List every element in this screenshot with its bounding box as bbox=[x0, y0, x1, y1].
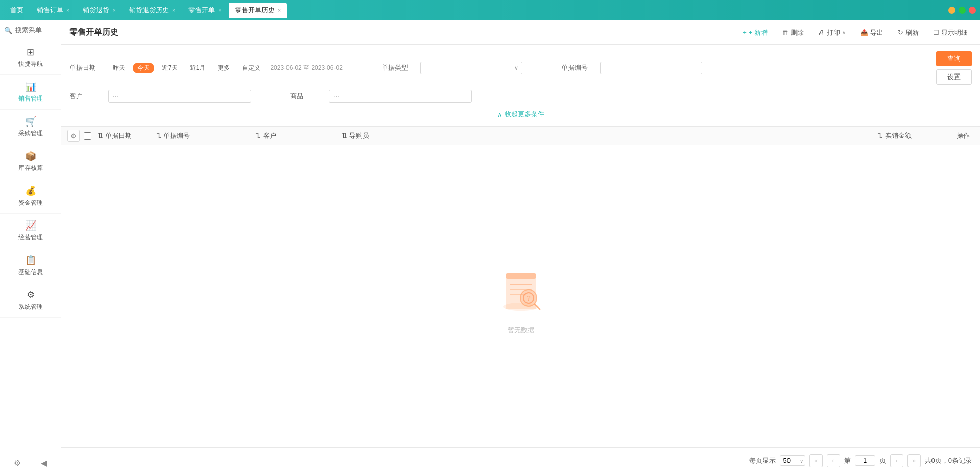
page-last-button[interactable]: » bbox=[907, 454, 921, 467]
date-btn-1month[interactable]: 近1月 bbox=[185, 62, 210, 74]
window-controls-area: − □ × bbox=[948, 7, 976, 14]
purchase-mgmt-icon: 🛒 bbox=[25, 116, 36, 127]
inventory-icon: 📦 bbox=[25, 151, 36, 162]
table-config-button[interactable]: ⚙ bbox=[67, 130, 80, 142]
tab-retail-open[interactable]: 零售开单 × bbox=[182, 3, 227, 18]
window-maximize-button[interactable]: □ bbox=[959, 7, 966, 14]
sidebar-item-finance[interactable]: 💰 资金管理 bbox=[0, 179, 61, 214]
collapse-bar[interactable]: ∧ 收起更多条件 bbox=[69, 108, 972, 120]
sidebar-label-sales-mgmt: 销售管理 bbox=[18, 94, 43, 103]
select-all-checkbox[interactable] bbox=[84, 132, 91, 140]
empty-text: 暂无数据 bbox=[508, 326, 534, 335]
tab-close-sales-return-history[interactable]: × bbox=[172, 7, 175, 13]
page-next-icon: › bbox=[895, 457, 897, 464]
tab-home[interactable]: 首页 bbox=[4, 3, 30, 18]
export-icon: 📤 bbox=[860, 29, 868, 36]
page-size-label: 每页显示 bbox=[749, 456, 776, 465]
col-salesperson-header[interactable]: ⇅ 导购员 bbox=[342, 131, 369, 140]
page-prev-icon: ‹ bbox=[832, 457, 834, 464]
tab-bar: 首页 销售订单 × 销货退货 × 销货退货历史 × 零售开单 × 零售开单历史 … bbox=[4, 3, 948, 18]
doc-type-label: 单据类型 bbox=[381, 63, 412, 72]
date-btn-custom[interactable]: 自定义 bbox=[237, 62, 265, 74]
tab-close-retail-open-history[interactable]: × bbox=[278, 7, 281, 13]
tab-close-retail-open[interactable]: × bbox=[218, 7, 221, 13]
collapse-up-icon: ∧ bbox=[497, 111, 503, 118]
total-info: 共0页，0条记录 bbox=[925, 456, 972, 465]
date-btn-more[interactable]: 更多 bbox=[213, 62, 234, 74]
query-button[interactable]: 查询 bbox=[936, 51, 972, 66]
doc-num-input[interactable] bbox=[600, 62, 702, 74]
col-num-header[interactable]: ⇅ 单据编号 bbox=[156, 131, 190, 140]
col-customer-header[interactable]: ⇅ 客户 bbox=[255, 131, 276, 140]
date-buttons: 昨天 今天 近7天 近1月 更多 自定义 2023-06-02 至 2023-0… bbox=[108, 62, 343, 74]
tab-retail-open-history[interactable]: 零售开单历史 × bbox=[229, 3, 287, 18]
sidebar-item-operations[interactable]: 📈 经营管理 bbox=[0, 214, 61, 248]
col-ops-header: 操作 bbox=[957, 131, 970, 140]
col-date-header[interactable]: ⇅ 单据日期 bbox=[98, 131, 132, 140]
doc-num-label: 单据编号 bbox=[561, 63, 592, 72]
refresh-button[interactable]: ↻ 刷新 bbox=[894, 26, 923, 39]
doc-type-select[interactable] bbox=[420, 62, 522, 74]
sidebar-label-inventory: 库存核算 bbox=[18, 164, 43, 172]
sys-mgmt-icon: ⚙ bbox=[27, 289, 35, 301]
page-first-button[interactable]: « bbox=[809, 454, 823, 467]
sidebar-item-quick-nav[interactable]: ⊞ 快捷导航 bbox=[0, 40, 61, 75]
operations-icon: 📈 bbox=[25, 220, 36, 231]
page-word: 第 bbox=[844, 456, 851, 465]
tab-sales-return[interactable]: 销货退货 × bbox=[77, 3, 122, 18]
page-prev-button[interactable]: ‹ bbox=[827, 454, 840, 467]
tab-close-sales-order[interactable]: × bbox=[66, 7, 69, 13]
finance-icon: 💰 bbox=[25, 185, 36, 196]
product-input[interactable]: ··· bbox=[329, 90, 472, 103]
sort-icon-date: ⇅ bbox=[98, 132, 103, 139]
sidebar-search[interactable]: 🔍 搜索采单 bbox=[0, 20, 61, 40]
sidebar-label-sys-mgmt: 系统管理 bbox=[18, 303, 43, 311]
export-button[interactable]: 📤 导出 bbox=[856, 26, 888, 39]
empty-illustration: ? bbox=[490, 258, 552, 319]
sidebar-item-basic-info[interactable]: 📋 基础信息 bbox=[0, 248, 61, 283]
settings-button[interactable]: 设置 bbox=[936, 69, 972, 85]
sidebar: 🔍 搜索采单 ⊞ 快捷导航 📊 销售管理 🛒 采购管理 📦 库存核算 💰 资金管… bbox=[0, 20, 61, 473]
sidebar-item-purchase-mgmt[interactable]: 🛒 采购管理 bbox=[0, 110, 61, 144]
sidebar-item-sys-mgmt[interactable]: ⚙ 系统管理 bbox=[0, 283, 61, 318]
date-btn-yesterday[interactable]: 昨天 bbox=[108, 62, 130, 74]
tab-close-sales-return[interactable]: × bbox=[112, 7, 115, 13]
customer-input[interactable]: ··· bbox=[108, 90, 251, 103]
sidebar-label-operations: 经营管理 bbox=[18, 233, 43, 242]
empty-state: ? 暂无数据 bbox=[61, 145, 980, 447]
window-close-button[interactable]: × bbox=[969, 7, 976, 14]
sidebar-item-sales-mgmt[interactable]: 📊 销售管理 bbox=[0, 75, 61, 110]
print-button[interactable]: 🖨 打印 ∨ bbox=[814, 26, 850, 39]
sidebar-item-inventory[interactable]: 📦 库存核算 bbox=[0, 144, 61, 179]
delete-button[interactable]: 🗑 删除 bbox=[778, 26, 808, 39]
page-next-button[interactable]: › bbox=[890, 454, 903, 467]
page-last-icon: » bbox=[912, 457, 916, 464]
customer-dots: ··· bbox=[113, 92, 118, 100]
tab-sales-return-history[interactable]: 销货退货历史 × bbox=[123, 3, 181, 18]
doc-type-select-wrapper bbox=[420, 62, 522, 74]
checkbox-icon: ☐ bbox=[933, 29, 939, 36]
window-minimize-button[interactable]: − bbox=[948, 7, 955, 14]
sort-icon-num: ⇅ bbox=[156, 132, 162, 139]
date-btn-7days[interactable]: 近7天 bbox=[157, 62, 182, 74]
basic-info-icon: 📋 bbox=[25, 255, 36, 266]
page-size-select[interactable]: 10 20 50 100 bbox=[780, 455, 805, 466]
tab-sales-order[interactable]: 销售订单 × bbox=[31, 3, 76, 18]
sidebar-settings-button[interactable]: ⚙ bbox=[14, 458, 21, 468]
date-btn-today[interactable]: 今天 bbox=[133, 63, 154, 73]
date-label: 单据日期 bbox=[69, 63, 100, 72]
sidebar-collapse-button[interactable]: ◀ bbox=[41, 458, 47, 468]
page-first-icon: « bbox=[814, 457, 818, 464]
filter-area: 单据日期 昨天 今天 近7天 近1月 更多 自定义 2023-06-02 至 2… bbox=[61, 45, 980, 127]
search-icon: 🔍 bbox=[4, 27, 12, 34]
col-amount-header[interactable]: ⇅ 实销金额 bbox=[877, 131, 912, 140]
toolbar: + + 新增 🗑 删除 🖨 打印 ∨ 📤 导出 ↻ bbox=[738, 26, 972, 39]
display-detail-button[interactable]: ☐ 显示明细 bbox=[929, 26, 972, 39]
delete-icon: 🗑 bbox=[782, 29, 788, 36]
page-input[interactable] bbox=[855, 455, 875, 466]
print-dropdown-icon: ∨ bbox=[842, 30, 846, 35]
main-content: 零售开单历史 + + 新增 🗑 删除 🖨 打印 ∨ 📤 导出 bbox=[61, 20, 980, 473]
add-button[interactable]: + + 新增 bbox=[738, 26, 772, 39]
table-toolbar: ⚙ ⇅ 单据日期 ⇅ 单据编号 ⇅ 客户 ⇅ 导购员 bbox=[61, 127, 980, 145]
filter-row-1: 单据日期 昨天 今天 近7天 近1月 更多 自定义 2023-06-02 至 2… bbox=[69, 51, 972, 85]
